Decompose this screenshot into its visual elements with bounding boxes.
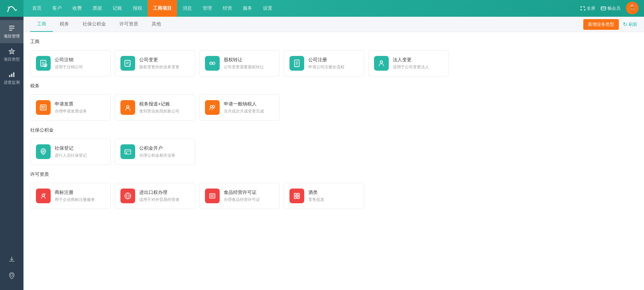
fullscreen-icon <box>580 6 585 11</box>
card-social-insurance[interactable]: 社保登记 进行人员社保登记 <box>30 139 111 165</box>
list-icon <box>8 24 16 32</box>
card-alcohol[interactable]: 酒类 零售批发 <box>284 183 364 209</box>
svg-rect-1 <box>601 7 606 10</box>
svg-rect-32 <box>294 193 297 196</box>
nav-item-accounting[interactable]: 记账 <box>107 0 127 17</box>
card-desc-general-taxpayer: 当月或次月成变更完成 <box>224 108 274 114</box>
svg-point-0 <box>8 6 9 8</box>
card-trademark[interactable]: 商标注册 用于企业商标注册服务 <box>30 183 111 209</box>
card-info-company-cancel: 公司注销 适用于注销公司 <box>55 57 105 70</box>
svg-point-25 <box>213 105 215 108</box>
card-info-import-export: 进出口权办理 适用于对外贸易经营者 <box>139 190 190 203</box>
card-equity-transfer[interactable]: 股权转让 公司变更需要股权转让 <box>199 50 280 76</box>
card-apply-invoice[interactable]: 申请发票 办理申请发票业务 <box>30 94 111 121</box>
card-desc-equity-transfer: 公司变更需要股权转让 <box>224 64 274 70</box>
card-title-alcohol: 酒类 <box>308 190 359 196</box>
card-icon-company-cancel <box>36 56 51 71</box>
svg-marker-10 <box>9 49 15 54</box>
card-title-trademark: 商标注册 <box>55 190 105 196</box>
sidebar-label-project-manage: 项目管理 <box>4 33 20 39</box>
nav-right: 全屏 畅会员 🐯 <box>580 2 644 15</box>
svg-rect-7 <box>9 26 14 26</box>
layout: 项目管理 项目类型 进度监测 <box>0 17 644 290</box>
card-desc-fund-open: 办理公积金相关业务 <box>139 153 190 158</box>
card-icon-company-change <box>120 56 135 71</box>
nav-item-message[interactable]: 消息 <box>177 0 197 17</box>
nav-item-fee[interactable]: 收费 <box>67 0 87 17</box>
card-food-permit[interactable]: 食品经营许可证 办理食品经营许可证 <box>199 183 280 209</box>
avatar[interactable]: 🐯 <box>626 2 639 15</box>
card-info-social-insurance: 社保登记 进行人员社保登记 <box>55 145 105 158</box>
card-desc-social-insurance: 进行人员社保登记 <box>55 153 105 158</box>
svg-rect-11 <box>9 75 10 77</box>
member-label: 畅会员 <box>607 5 621 11</box>
card-desc-trademark: 用于企业商标注册服务 <box>55 197 105 203</box>
card-icon-company-register <box>289 56 304 71</box>
card-import-export[interactable]: 进出口权办理 适用于对外贸易经营者 <box>115 183 195 209</box>
tab-other[interactable]: 其他 <box>145 17 168 32</box>
nav-item-ticket[interactable]: 票据 <box>87 0 107 17</box>
sidebar-item-progress[interactable]: 进度监测 <box>0 66 23 89</box>
section-title-shebao: 社保公积金 <box>30 127 637 133</box>
sidebar-item-download[interactable] <box>0 251 23 267</box>
tab-actions: 新增业务类型 ↻ 刷新 <box>583 19 637 30</box>
card-tax-reporting[interactable]: 税务报道+记账 拿到营业执照的新公司 <box>115 94 195 121</box>
section-title-gongshang: 工商 <box>30 39 637 45</box>
card-title-general-taxpayer: 申请一般纳税人 <box>224 101 274 107</box>
refresh-button[interactable]: ↻ 刷新 <box>623 21 637 27</box>
card-title-company-register: 公司注册 <box>308 57 359 63</box>
svg-point-29 <box>42 194 45 197</box>
download-icon <box>8 255 16 263</box>
svg-point-24 <box>210 105 213 108</box>
card-company-register[interactable]: 公司注册 申请公司注册全流程 <box>284 50 364 76</box>
nav-item-industry[interactable]: 工商项目 <box>148 0 177 17</box>
tab-shebao[interactable]: 社保公积金 <box>76 17 113 32</box>
member-icon <box>601 6 606 11</box>
nav-item-client[interactable]: 客户 <box>47 0 67 17</box>
nav-item-home[interactable]: 首页 <box>27 0 47 17</box>
content-area: 工商 公司注销 适用于注销公司 <box>23 32 644 290</box>
card-desc-company-change: 股权变更外的业务变更 <box>139 64 190 70</box>
sidebar-bottom <box>0 251 23 290</box>
member-btn[interactable]: 畅会员 <box>601 5 621 11</box>
card-general-taxpayer[interactable]: 申请一般纳税人 当月或次月成变更完成 <box>199 94 280 121</box>
nav-item-tax[interactable]: 报税 <box>127 0 148 17</box>
sidebar-item-project-type[interactable]: 项目类型 <box>0 43 23 66</box>
card-company-cancel[interactable]: 公司注销 适用于注销公司 <box>30 50 111 76</box>
logo-icon <box>6 2 18 14</box>
card-info-fund-open: 公积金开户 办理公积金相关业务 <box>139 145 190 158</box>
card-info-company-register: 公司注册 申请公司注册全流程 <box>308 57 359 70</box>
nav-item-service[interactable]: 服务 <box>237 0 258 17</box>
fullscreen-btn[interactable]: 全屏 <box>580 5 595 11</box>
card-desc-company-cancel: 适用于注销公司 <box>55 64 105 70</box>
cards-grid-shebao: 社保登记 进行人员社保登记 公积金开户 办理公积金相关业务 <box>30 139 637 165</box>
svg-rect-13 <box>13 72 14 77</box>
card-info-trademark: 商标注册 用于企业商标注册服务 <box>55 190 105 203</box>
tab-shuiwu[interactable]: 税务 <box>53 17 76 32</box>
svg-point-21 <box>380 61 383 63</box>
card-info-apply-invoice: 申请发票 办理申请发票业务 <box>55 101 105 114</box>
sidebar-item-project-manage[interactable]: 项目管理 <box>0 20 23 43</box>
card-title-equity-transfer: 股权转让 <box>224 57 274 63</box>
card-info-equity-transfer: 股权转让 公司变更需要股权转让 <box>224 57 274 70</box>
tab-bar: 工商 税务 社保公积金 许可资质 其他 新增业务类型 ↻ 刷新 <box>23 17 644 32</box>
card-legal-change[interactable]: 法人变更 适用于公司变更法人 <box>368 50 449 76</box>
new-type-button[interactable]: 新增业务类型 <box>583 19 619 30</box>
section-title-xuke: 许可资质 <box>30 171 637 177</box>
refresh-label: 刷新 <box>629 21 637 27</box>
card-desc-company-register: 申请公司注册全流程 <box>308 64 359 70</box>
card-company-change[interactable]: 公司变更 股权变更外的业务变更 <box>115 50 195 76</box>
tab-gongshang[interactable]: 工商 <box>30 17 53 32</box>
card-desc-legal-change: 适用于公司变更法人 <box>393 64 443 70</box>
nav-item-settings[interactable]: 设置 <box>258 0 278 17</box>
card-fund-open[interactable]: 公积金开户 办理公积金相关业务 <box>115 139 195 165</box>
card-icon-fund-open <box>120 144 135 159</box>
sidebar-item-location[interactable] <box>0 267 23 283</box>
svg-rect-35 <box>297 196 300 199</box>
sidebar-label-progress: 进度监测 <box>4 80 20 85</box>
nav-item-operation[interactable]: 经营 <box>217 0 237 17</box>
location-icon <box>8 271 16 279</box>
tab-xuke[interactable]: 许可资质 <box>113 17 145 32</box>
card-title-apply-invoice: 申请发票 <box>55 101 105 107</box>
nav-item-manage[interactable]: 管理 <box>197 0 217 17</box>
